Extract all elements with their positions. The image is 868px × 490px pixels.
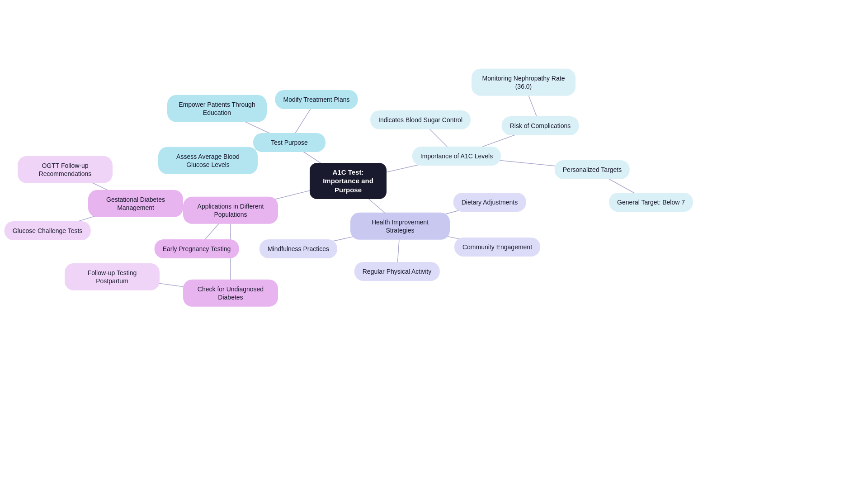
node-testPurpose[interactable]: Test Purpose: [253, 133, 326, 152]
node-applications[interactable]: Applications in Different Populations: [183, 197, 278, 224]
node-communityEngagement[interactable]: Community Engagement: [454, 238, 540, 257]
node-modifyTreatment[interactable]: Modify Treatment Plans: [275, 90, 358, 109]
node-assessBloodGlucose[interactable]: Assess Average Blood Glucose Levels: [158, 147, 258, 174]
node-empowerPatients[interactable]: Empower Patients Through Education: [167, 95, 267, 122]
node-followupPostpartum[interactable]: Follow-up Testing Postpartum: [65, 263, 160, 290]
node-personalizedTargets[interactable]: Personalized Targets: [555, 160, 630, 179]
connections-svg: [0, 0, 868, 490]
node-healthImprovement[interactable]: Health Improvement Strategies: [350, 213, 450, 240]
node-ogttFollowup[interactable]: OGTT Follow-up Recommendations: [18, 156, 113, 183]
node-earlyPregnancy[interactable]: Early Pregnancy Testing: [155, 239, 239, 258]
node-glucoseChallenge[interactable]: Glucose Challenge Tests: [5, 221, 91, 240]
node-regularPhysical[interactable]: Regular Physical Activity: [354, 262, 440, 281]
node-monitoringNephropathy[interactable]: Monitoring Nephropathy Rate (36.0): [472, 69, 576, 96]
node-generalTarget[interactable]: General Target: Below 7: [609, 193, 693, 212]
node-indicatesBloodSugar[interactable]: Indicates Blood Sugar Control: [370, 110, 471, 129]
node-checkUndiagnosed[interactable]: Check for Undiagnosed Diabetes: [183, 280, 278, 307]
node-dietaryAdjustments[interactable]: Dietary Adjustments: [453, 193, 526, 212]
mindmap-container: A1C Test: Importance and PurposeTest Pur…: [0, 0, 868, 490]
node-gestationalDiabetes[interactable]: Gestational Diabetes Management: [88, 190, 183, 217]
node-mindfulness[interactable]: Mindfulness Practices: [259, 239, 337, 258]
node-center[interactable]: A1C Test: Importance and Purpose: [310, 163, 387, 199]
node-riskOfComplications[interactable]: Risk of Complications: [502, 116, 579, 135]
node-importanceA1C[interactable]: Importance of A1C Levels: [412, 147, 501, 166]
